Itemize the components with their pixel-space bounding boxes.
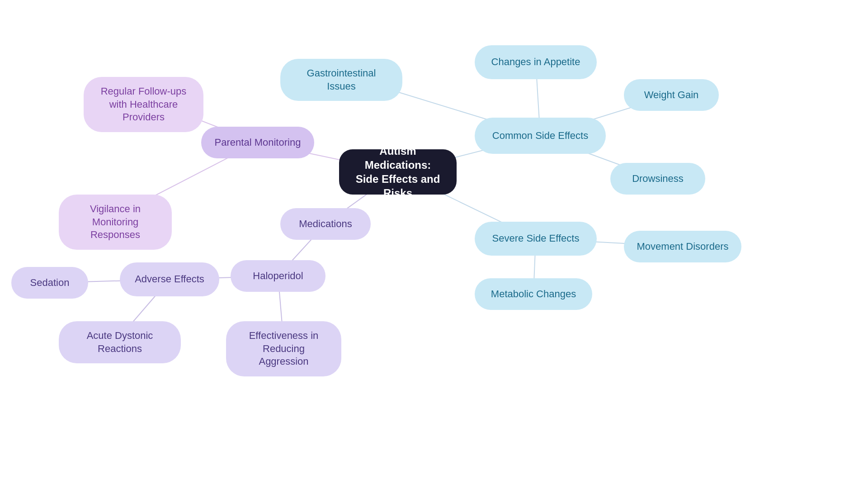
node-effectivenessAggression: Effectiveness in Reducing Aggression <box>226 321 341 376</box>
node-changesInAppetite: Changes in Appetite <box>475 45 597 79</box>
node-commonSideEffects: Common Side Effects <box>475 118 606 154</box>
node-metabolicChanges: Metabolic Changes <box>475 278 592 310</box>
node-haloperidol: Haloperidol <box>231 260 326 292</box>
node-severeSideEffects: Severe Side Effects <box>475 222 597 256</box>
mindmap-container: Autism Medications: Side Effects and Ris… <box>0 0 868 490</box>
node-adverseEffects: Adverse Effects <box>120 262 219 296</box>
node-center: Autism Medications: Side Effects and Ris… <box>339 149 457 195</box>
node-weightGain: Weight Gain <box>624 79 719 111</box>
node-medications: Medications <box>280 208 371 240</box>
node-regularFollowups: Regular Follow-ups with Healthcare Provi… <box>84 77 203 132</box>
node-acuteDystonic: Acute Dystonic Reactions <box>59 321 181 363</box>
node-gastrointestinalIssues: Gastrointestinal Issues <box>280 59 402 101</box>
node-sedation: Sedation <box>11 267 88 299</box>
node-movementDisorders: Movement Disorders <box>624 231 741 262</box>
node-drowsiness: Drowsiness <box>610 163 705 195</box>
node-vigilance: Vigilance in Monitoring Responses <box>59 195 172 250</box>
node-parentalMonitoring: Parental Monitoring <box>201 127 314 158</box>
